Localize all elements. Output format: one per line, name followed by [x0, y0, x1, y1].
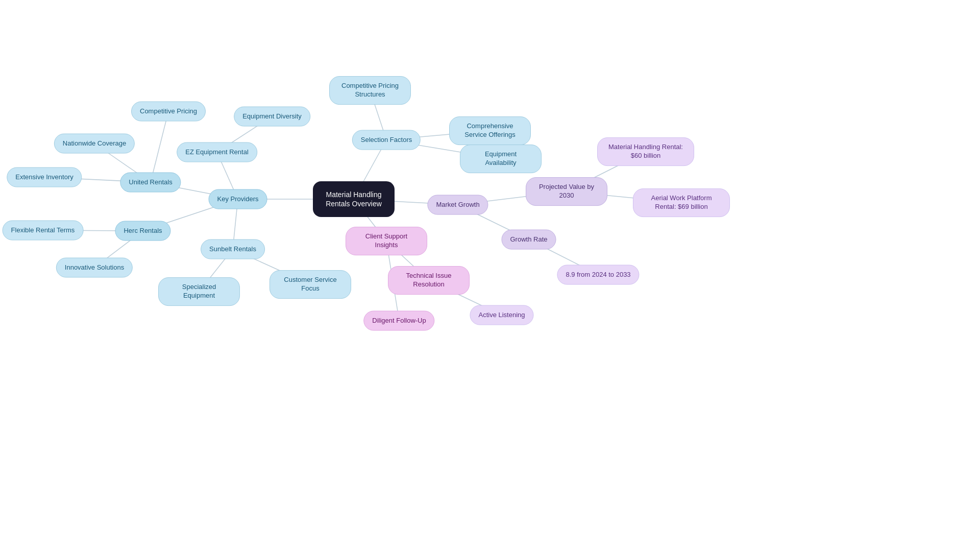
node-sunbelt[interactable]: Sunbelt Rentals — [201, 239, 265, 259]
node-equipment-diversity[interactable]: Equipment Diversity — [234, 107, 310, 127]
node-comprehensive-service[interactable]: Comprehensive Service Offerings — [449, 116, 531, 145]
svg-line-5 — [151, 111, 168, 182]
node-growth-rate[interactable]: Growth Rate — [502, 230, 556, 250]
node-ez-equipment[interactable]: EZ Equipment Rental — [177, 142, 257, 162]
node-equipment-availability[interactable]: Equipment Availability — [460, 145, 542, 173]
mindmap-container: Material Handling Rentals OverviewKey Pr… — [0, 0, 980, 553]
node-flexible-rental[interactable]: Flexible Rental Terms — [3, 221, 84, 241]
node-united-rentals[interactable]: United Rentals — [120, 173, 181, 193]
node-active-listening[interactable]: Active Listening — [470, 305, 533, 325]
node-projected-value[interactable]: Projected Value by 2030 — [526, 177, 607, 206]
node-competitive-pricing[interactable]: Competitive Pricing — [131, 102, 206, 122]
node-technical-issue[interactable]: Technical Issue Resolution — [388, 266, 470, 295]
node-key-providers[interactable]: Key Providers — [209, 189, 267, 209]
node-extensive-inventory[interactable]: Extensive Inventory — [7, 167, 82, 187]
connections-svg — [0, 0, 980, 553]
node-competitive-pricing-struct[interactable]: Competitive Pricing Structures — [329, 76, 411, 105]
node-customer-service[interactable]: Customer Service Focus — [270, 270, 351, 299]
node-selection-factors[interactable]: Selection Factors — [352, 130, 421, 150]
node-diligent-followup[interactable]: Diligent Follow-Up — [363, 311, 434, 331]
node-herc-rentals[interactable]: Herc Rentals — [115, 221, 170, 241]
node-market-growth[interactable]: Market Growth — [427, 195, 488, 215]
node-client-support[interactable]: Client Support Insights — [346, 227, 427, 255]
center-node[interactable]: Material Handling Rentals Overview — [313, 181, 395, 217]
node-mh-rental-60[interactable]: Material Handling Rental: $60 billion — [597, 137, 694, 166]
node-innovative-solutions[interactable]: Innovative Solutions — [56, 258, 133, 278]
node-growth-89[interactable]: 8.9 from 2024 to 2033 — [557, 265, 639, 285]
node-nationwide-coverage[interactable]: Nationwide Coverage — [54, 134, 135, 154]
node-specialized-equipment[interactable]: Specialized Equipment — [158, 277, 240, 306]
node-aerial-69[interactable]: Aerial Work Platform Rental: $69 billion — [633, 188, 730, 217]
